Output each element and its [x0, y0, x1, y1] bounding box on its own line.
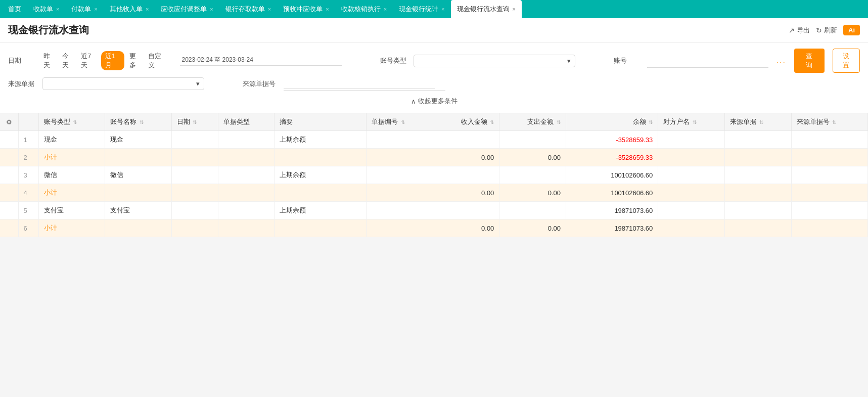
nav-tab-6[interactable]: 收款核销执行 ×: [335, 0, 393, 18]
row-source-doc-no: [791, 131, 867, 149]
date-option-7days[interactable]: 近7天: [79, 51, 98, 70]
col-account-type[interactable]: 账号类型 ⇅: [38, 113, 105, 131]
row-counterparty: [658, 166, 725, 184]
account-input-wrap: [647, 54, 768, 68]
col-expense[interactable]: 支出金额 ⇅: [499, 113, 566, 131]
row-counterparty: [658, 219, 725, 237]
filter-area: 日期 昨天 今天 近7天 近1月 更多 自定义 2023-02-24 至 202…: [0, 42, 868, 113]
row-income: 0.00: [433, 149, 499, 166]
close-icon[interactable]: ×: [146, 6, 149, 12]
close-icon[interactable]: ×: [210, 6, 213, 12]
date-option-yesterday[interactable]: 昨天: [41, 51, 57, 70]
top-nav: 首页 收款单 × 付款单 × 其他收入单 × 应收应付调整单 × 银行存取款单 …: [0, 0, 868, 18]
chevron-down-icon: ▾: [196, 80, 200, 87]
setting-button[interactable]: 设置: [833, 49, 860, 73]
close-icon[interactable]: ×: [441, 6, 444, 12]
row-summary: 上期余额: [274, 166, 366, 184]
row-balance: -3528659.33: [566, 131, 658, 149]
nav-tab-0[interactable]: 收款单 ×: [27, 0, 65, 18]
nav-tab-5[interactable]: 预收冲应收单 ×: [277, 0, 335, 18]
table-row[interactable]: 1 现金 现金 上期余额 -3528659.33: [0, 131, 868, 149]
row-counterparty: [658, 149, 725, 166]
refresh-button[interactable]: ↻ 刷新: [816, 26, 837, 35]
row-source-doc-no: [791, 184, 867, 202]
close-icon[interactable]: ×: [326, 6, 329, 12]
date-option-today[interactable]: 今天: [60, 51, 76, 70]
ai-button[interactable]: Ai: [843, 25, 860, 35]
row-number: 2: [18, 149, 38, 166]
nav-tab-3[interactable]: 应收应付调整单 ×: [155, 0, 219, 18]
row-number: 5: [18, 202, 38, 219]
table-row[interactable]: 6 小计 0.00 0.00 19871073.60: [0, 219, 868, 237]
table-row[interactable]: 4 小计 0.00 0.00 100102606.60: [0, 184, 868, 202]
sort-icon: ⇅: [140, 119, 144, 125]
row-expense: [499, 131, 566, 149]
col-gear: ⚙: [0, 113, 18, 131]
sort-icon: ⇅: [73, 119, 77, 125]
account-input[interactable]: [647, 54, 748, 66]
col-counterparty[interactable]: 对方户名 ⇅: [658, 113, 725, 131]
nav-tab-1[interactable]: 付款单 ×: [65, 0, 103, 18]
col-account-name[interactable]: 账号名称 ⇅: [105, 113, 172, 131]
row-source-doc-no: [791, 202, 867, 219]
nav-tab-8[interactable]: 现金银行流水查询 ×: [451, 0, 522, 18]
row-source-doc: [724, 184, 791, 202]
date-label: 日期: [8, 56, 33, 65]
col-income[interactable]: 收入金额 ⇅: [433, 113, 499, 131]
account-dots-button[interactable]: ...: [776, 56, 786, 65]
row-summary: 上期余额: [274, 202, 366, 219]
col-source-doc-no[interactable]: 来源单据号 ⇅: [791, 113, 867, 131]
close-icon[interactable]: ×: [513, 6, 516, 12]
sort-icon: ⇅: [401, 119, 405, 125]
row-source-doc: [724, 166, 791, 184]
col-source-doc[interactable]: 来源单据 ⇅: [724, 113, 791, 131]
data-table: ⚙ 账号类型 ⇅ 账号名称 ⇅ 日期 ⇅ 单据类型: [0, 113, 868, 237]
page-title: 现金银行流水查询: [8, 23, 89, 37]
close-icon[interactable]: ×: [384, 6, 387, 12]
close-icon[interactable]: ×: [94, 6, 97, 12]
row-account-type: 微信: [38, 166, 105, 184]
sort-icon: ⇅: [557, 119, 561, 125]
collapse-bar[interactable]: ∧ 收起更多条件: [8, 95, 860, 109]
gear-icon[interactable]: ⚙: [5, 118, 13, 126]
row-income: [433, 131, 499, 149]
source-doc-select[interactable]: ▾: [42, 77, 204, 90]
col-date[interactable]: 日期 ⇅: [171, 113, 218, 131]
row-gear: [0, 149, 18, 166]
row-gear: [0, 131, 18, 149]
table-row[interactable]: 5 支付宝 支付宝 上期余额 19871073.60: [0, 202, 868, 219]
query-button[interactable]: 查询: [794, 49, 825, 73]
row-income: 0.00: [433, 219, 499, 237]
row-account-type: 支付宝: [38, 202, 105, 219]
source-doc-no-input[interactable]: [284, 77, 435, 89]
row-income: [433, 166, 499, 184]
date-option-custom[interactable]: 自定义: [146, 51, 168, 70]
close-icon[interactable]: ×: [268, 6, 271, 12]
col-balance[interactable]: 余额 ⇅: [566, 113, 658, 131]
col-doc-no[interactable]: 单据编号 ⇅: [367, 113, 433, 131]
nav-tab-2[interactable]: 其他收入单 ×: [104, 0, 155, 18]
row-balance: 100102606.60: [566, 184, 658, 202]
export-icon: ↗: [789, 26, 795, 34]
row-number: 3: [18, 166, 38, 184]
row-account-type: 小计: [38, 184, 105, 202]
nav-tab-4[interactable]: 银行存取款单 ×: [219, 0, 277, 18]
row-doc-no: [367, 219, 433, 237]
row-balance: 100102606.60: [566, 166, 658, 184]
table-row[interactable]: 2 小计 0.00 0.00 -3528659.33: [0, 149, 868, 166]
row-doc-no: [367, 131, 433, 149]
export-button[interactable]: ↗ 导出: [789, 26, 810, 35]
row-doc-no: [367, 166, 433, 184]
row-source-doc: [724, 219, 791, 237]
close-icon[interactable]: ×: [56, 6, 59, 12]
chevron-down-icon: ▾: [567, 57, 571, 65]
row-income: [433, 202, 499, 219]
account-type-select[interactable]: ▾: [414, 55, 575, 67]
row-expense: [499, 202, 566, 219]
date-option-1month[interactable]: 近1月: [101, 51, 124, 70]
nav-home[interactable]: 首页: [2, 0, 27, 18]
date-option-more[interactable]: 更多: [127, 51, 143, 70]
nav-tab-7[interactable]: 现金银行统计 ×: [393, 0, 450, 18]
table-row[interactable]: 3 微信 微信 上期余额 100102606.60: [0, 166, 868, 184]
source-doc-no-input-wrap: [284, 77, 445, 91]
